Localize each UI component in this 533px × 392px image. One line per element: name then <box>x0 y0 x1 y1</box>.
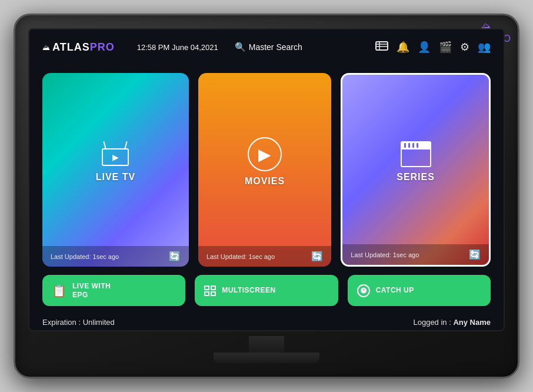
multiscreen-card[interactable]: MULTISCREEN <box>195 275 338 306</box>
main-content: ▶ LIVE TV Last Updated: 1sec ago 🔄 <box>29 65 504 314</box>
screen-content: ⛰ ATLASPRO 12:58 PM June 04,2021 🔍 Maste… <box>29 29 504 330</box>
login-text: Logged in : Any Name <box>413 318 491 327</box>
datetime-display: 12:58 PM June 04,2021 <box>137 43 218 52</box>
master-search-button[interactable]: 🔍 Master Search <box>235 42 302 52</box>
header-bar: ⛰ ATLASPRO 12:58 PM June 04,2021 🔍 Maste… <box>29 29 504 65</box>
logo-mountain-icon: ⛰ <box>42 43 50 52</box>
recording-icon[interactable]: 🎬 <box>439 41 452 54</box>
live-tv-card-top: ▶ LIVE TV <box>42 73 189 246</box>
movies-card-top: ▶ MOVIES <box>198 73 331 246</box>
logo-text: ATLASPRO <box>52 41 115 54</box>
login-name: Any Name <box>453 318 491 327</box>
bottom-cards-row: 📋 LIVE WITHEPG MULTISCREEN 🕐 <box>42 275 491 306</box>
live-epg-icon: 📋 <box>52 284 66 298</box>
live-tv-icon: ▶ <box>101 141 130 167</box>
notification-icon[interactable]: 🔔 <box>397 41 409 54</box>
movies-label: MOVIES <box>245 176 285 187</box>
movies-card-bottom: Last Updated: 1sec ago 🔄 <box>198 246 331 267</box>
catch-up-card[interactable]: 🕐 CATCH UP <box>348 275 491 306</box>
app-logo: ⛰ ATLASPRO <box>42 41 115 54</box>
header-icon-group: 🔔 👤 🎬 ⚙ 👥 <box>375 41 491 54</box>
movies-updated: Last Updated: 1sec ago <box>206 253 275 260</box>
users-icon[interactable]: 👥 <box>478 41 491 54</box>
movies-refresh-icon[interactable]: 🔄 <box>311 251 323 262</box>
settings-icon[interactable]: ⚙ <box>460 41 469 54</box>
live-tv-card-bottom: Last Updated: 1sec ago 🔄 <box>42 246 189 267</box>
live-epg-label: LIVE WITHEPG <box>72 282 111 299</box>
series-card-bottom: Last Updated: 1sec ago 🔄 <box>342 244 489 265</box>
live-tv-card[interactable]: ▶ LIVE TV Last Updated: 1sec ago 🔄 <box>42 73 189 267</box>
catch-up-label: CATCH UP <box>376 286 414 294</box>
svg-rect-0 <box>376 42 388 50</box>
tv-stand-neck <box>249 336 284 353</box>
live-tv-refresh-icon[interactable]: 🔄 <box>169 251 181 262</box>
tv-screen: ⛰ ATLASPRO 12:58 PM June 04,2021 🔍 Maste… <box>28 28 505 331</box>
movies-card[interactable]: ▶ MOVIES Last Updated: 1sec ago 🔄 <box>198 73 331 267</box>
channel-list-icon[interactable] <box>375 41 388 54</box>
series-refresh-icon[interactable]: 🔄 <box>469 249 481 260</box>
main-cards-row: ▶ LIVE TV Last Updated: 1sec ago 🔄 <box>42 73 491 267</box>
tv-frame: ⛰ ATLASPRO ⛰ ATLASPRO 12:58 PM June 04,2… <box>14 14 519 378</box>
series-card[interactable]: SERIES Last Updated: 1sec ago 🔄 <box>341 73 491 267</box>
series-updated: Last Updated: 1sec ago <box>351 251 419 258</box>
multiscreen-icon <box>204 285 216 296</box>
movies-play-circle: ▶ <box>248 137 282 171</box>
multiscreen-label: MULTISCREEN <box>222 286 275 294</box>
series-card-top: SERIES <box>342 75 489 244</box>
series-label: SERIES <box>397 172 435 182</box>
expiry-text: Expiration : Unlimited <box>42 318 115 327</box>
search-icon: 🔍 <box>235 42 246 52</box>
tv-stand-base <box>214 353 319 363</box>
search-label: Master Search <box>249 42 302 52</box>
movies-play-icon: ▶ <box>258 145 271 164</box>
footer-bar: Expiration : Unlimited Logged in : Any N… <box>29 314 504 330</box>
catch-up-icon: 🕐 <box>357 284 370 297</box>
live-tv-label: LIVE TV <box>96 172 135 182</box>
live-tv-updated: Last Updated: 1sec ago <box>51 253 119 260</box>
series-clapper-icon <box>401 141 431 167</box>
live-epg-card[interactable]: 📋 LIVE WITHEPG <box>42 275 185 306</box>
user-icon[interactable]: 👤 <box>418 41 431 54</box>
